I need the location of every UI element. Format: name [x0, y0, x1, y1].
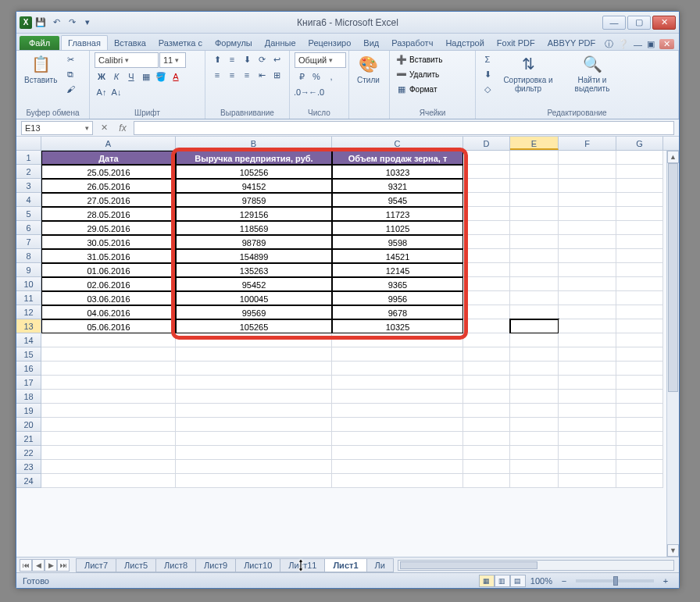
cell[interactable]: 27.05.2016	[41, 193, 176, 207]
cell[interactable]	[559, 249, 616, 263]
close-button[interactable]: ✕	[652, 16, 676, 30]
cell[interactable]	[176, 404, 332, 418]
cell[interactable]	[510, 418, 559, 432]
cell[interactable]	[559, 347, 616, 362]
format-painter-icon[interactable]: 🖌	[63, 82, 77, 96]
cell[interactable]	[510, 221, 559, 235]
cell[interactable]	[616, 404, 663, 418]
cell[interactable]	[616, 151, 663, 165]
cell[interactable]	[463, 179, 510, 193]
cell[interactable]	[463, 418, 510, 432]
cell[interactable]	[176, 432, 332, 446]
cell[interactable]	[463, 460, 510, 474]
cell[interactable]	[463, 277, 510, 291]
fill-down-icon[interactable]: ⬇	[480, 67, 495, 81]
border-icon[interactable]: ▦	[139, 69, 153, 84]
cell[interactable]	[463, 235, 510, 249]
cell[interactable]	[510, 460, 559, 474]
ribbon-min-icon[interactable]: ⓘ	[605, 38, 613, 50]
view-normal-icon[interactable]: ▦	[479, 575, 495, 587]
file-tab[interactable]: Файл	[20, 36, 59, 50]
cell[interactable]	[176, 446, 332, 460]
align-center-icon[interactable]: ≡	[225, 68, 239, 82]
cell[interactable]	[41, 474, 176, 488]
sheet-nav-prev-icon[interactable]: ◀	[32, 559, 45, 572]
row-header[interactable]: 8	[16, 249, 41, 263]
italic-icon[interactable]: К	[109, 69, 123, 84]
clear-icon[interactable]: ◇	[480, 82, 495, 96]
cell[interactable]: 100045	[176, 291, 332, 305]
cell[interactable]	[41, 404, 176, 418]
help-icon[interactable]: ❔	[618, 39, 629, 49]
ribbon-tab[interactable]: Разработч	[385, 36, 439, 50]
cell[interactable]	[332, 362, 463, 376]
cell[interactable]: 9365	[332, 277, 463, 291]
cell[interactable]	[559, 390, 616, 404]
cell[interactable]	[559, 221, 616, 235]
cell[interactable]	[616, 333, 663, 347]
cell[interactable]	[510, 347, 559, 362]
cell[interactable]	[559, 432, 616, 446]
cell[interactable]: 25.05.2016	[41, 165, 176, 179]
horizontal-scrollbar[interactable]	[398, 560, 674, 571]
cell[interactable]	[559, 165, 616, 179]
row-header[interactable]: 13	[16, 319, 41, 333]
cell[interactable]: 11723	[332, 207, 463, 221]
cell[interactable]	[616, 347, 663, 362]
formula-input[interactable]	[134, 121, 674, 135]
redo-icon[interactable]: ↷	[65, 16, 79, 30]
cell[interactable]	[463, 305, 510, 319]
cell[interactable]	[616, 235, 663, 249]
column-header[interactable]: B	[176, 137, 332, 150]
cell[interactable]	[510, 179, 559, 193]
cell[interactable]	[510, 319, 559, 333]
cell[interactable]: 9598	[332, 235, 463, 249]
row-header[interactable]: 16	[16, 362, 41, 376]
ribbon-tab[interactable]: Вставка	[108, 36, 152, 50]
comma-icon[interactable]: ,	[324, 69, 338, 84]
zoom-in-icon[interactable]: +	[659, 574, 673, 588]
cell[interactable]	[559, 474, 616, 488]
cell[interactable]	[176, 460, 332, 474]
cell[interactable]	[510, 432, 559, 446]
ribbon-tab[interactable]: Главная	[61, 35, 108, 50]
orientation-icon[interactable]: ⟳	[255, 52, 269, 66]
cell[interactable]	[559, 305, 616, 319]
cell[interactable]	[176, 376, 332, 390]
sheet-tab[interactable]: Лист10	[235, 558, 280, 572]
cell[interactable]	[559, 333, 616, 347]
cell[interactable]	[41, 333, 176, 347]
number-format-combo[interactable]: Общий	[295, 52, 346, 68]
cell[interactable]	[510, 333, 559, 347]
cell[interactable]: 105265	[176, 319, 332, 333]
cell[interactable]	[463, 362, 510, 376]
cell[interactable]	[463, 319, 510, 333]
cell[interactable]	[510, 404, 559, 418]
cell[interactable]	[41, 347, 176, 362]
row-header[interactable]: 18	[16, 390, 41, 404]
cell[interactable]	[616, 193, 663, 207]
cell[interactable]	[559, 277, 616, 291]
cell[interactable]	[463, 221, 510, 235]
cell[interactable]: 154899	[176, 249, 332, 263]
cell[interactable]	[332, 404, 463, 418]
cell[interactable]	[510, 305, 559, 319]
select-all-corner[interactable]	[16, 137, 41, 150]
cell[interactable]	[332, 446, 463, 460]
cell[interactable]: 135263	[176, 263, 332, 277]
cell[interactable]	[463, 333, 510, 347]
cell[interactable]	[41, 376, 176, 390]
row-header[interactable]: 7	[16, 235, 41, 249]
cell[interactable]	[41, 418, 176, 432]
cell[interactable]: 94152	[176, 179, 332, 193]
vertical-scrollbar[interactable]: ▲ ▼	[666, 151, 679, 557]
row-header[interactable]: 21	[16, 432, 41, 446]
font-name-combo[interactable]: Calibri	[95, 52, 159, 68]
cell[interactable]	[176, 474, 332, 488]
name-box[interactable]: E13▾	[21, 121, 93, 135]
cell[interactable]: 01.06.2016	[41, 263, 176, 277]
cell[interactable]	[463, 474, 510, 488]
sheet-tab[interactable]: Лист11	[280, 558, 325, 572]
align-left-icon[interactable]: ≡	[210, 68, 224, 82]
cell[interactable]: 10325	[332, 319, 463, 333]
